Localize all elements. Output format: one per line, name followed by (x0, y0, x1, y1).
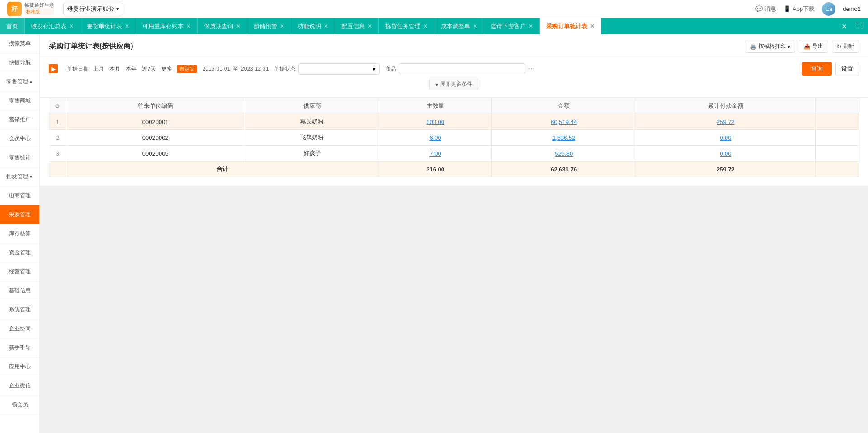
tab-invite-downstream[interactable]: 邀请下游客户 ✕ (484, 18, 540, 34)
row-3-amount-link[interactable]: 525.80 (555, 150, 573, 157)
setting-button[interactable]: 设置 (835, 62, 859, 76)
sidebar-item-member[interactable]: 会员中心 (0, 129, 39, 148)
row-1-paid-link[interactable]: 259.72 (717, 119, 735, 125)
sidebar-item-vip[interactable]: 畅会员 (0, 395, 39, 414)
shortcut-7days[interactable]: 近7天 (140, 64, 158, 74)
table-header-settings: ⚙ (49, 98, 66, 114)
sidebar-item-enterprise-collab[interactable]: 企业协同 (0, 319, 39, 338)
sidebar-item-retail-shop[interactable]: 零售商城 (0, 91, 39, 110)
goods-input[interactable] (403, 66, 521, 72)
row-1-code: 00020001 (66, 114, 245, 130)
sidebar-item-retail-mgmt[interactable]: 零售管理 ▲ (0, 72, 39, 91)
filter-row-main: ▶ 单据日期 上月 本月 本年 近7天 更多 自定义 2016-01- (49, 62, 859, 76)
logo-icon: 好 (7, 2, 22, 16)
app-download-label: App下载 (793, 5, 815, 13)
tab-config-info-close[interactable]: ✕ (368, 23, 372, 29)
tab-home[interactable]: 首页 (0, 18, 25, 34)
sidebar-item-wholesale-mgmt[interactable]: 批发管理 ▼ (0, 167, 39, 186)
tab-pick-task-label: 拣货任务管理 (385, 22, 420, 30)
logo-area: 好 畅捷通好生意 标准版 (7, 2, 54, 16)
row-3-quantity-link[interactable]: 7.00 (429, 150, 441, 157)
close-all-tabs-button[interactable]: ✕ (837, 22, 852, 31)
sidebar-item-quick-nav[interactable]: 快捷导航 (0, 53, 39, 72)
shortcut-this-month[interactable]: 本月 (108, 64, 122, 74)
row-1-amount-link[interactable]: 60,519.44 (551, 119, 577, 125)
row-3-paid-link[interactable]: 0.00 (720, 150, 731, 157)
table-header-paid: 累计付款金额 (636, 98, 816, 114)
sidebar-item-retail-stats[interactable]: 零售统计 (0, 148, 39, 167)
sidebar-item-search[interactable]: 搜索菜单 (0, 34, 39, 53)
tab-cost-adjust[interactable]: 成本调整单 ✕ (434, 18, 484, 34)
tab-purchase-stats-close[interactable]: ✕ (590, 23, 594, 29)
tab-goods-stats-close[interactable]: ✕ (125, 23, 129, 29)
refresh-button[interactable]: ↻ 刷新 (832, 40, 859, 53)
expand-button[interactable]: ▾ 展开更多条件 (429, 79, 478, 90)
tab-function-desc[interactable]: 功能说明 ✕ (291, 18, 335, 34)
maximize-button[interactable]: ⛶ (852, 22, 868, 30)
tab-purchase-stats[interactable]: 采购订单统计表 ✕ (540, 18, 601, 34)
top-bar-left: 好 畅捷通好生意 标准版 母婴行业演示账套 ▾ (7, 2, 123, 16)
data-table: ⚙ 往来单位编码 供应商 主数量 金额 累计付款金额 1 (49, 98, 859, 177)
tab-inventory-book[interactable]: 可用量库存账本 ✕ (136, 18, 198, 34)
sidebar-item-basic-info[interactable]: 基础信息 (0, 281, 39, 300)
shortcut-more[interactable]: 更多 (160, 64, 174, 74)
app-download-button[interactable]: 📱 App下载 (783, 5, 815, 13)
expand-label: 展开更多条件 (440, 81, 472, 88)
tab-receive-send-close[interactable]: ✕ (69, 23, 74, 29)
tab-invite-downstream-close[interactable]: ✕ (528, 23, 533, 29)
sidebar-item-app-center[interactable]: 应用中心 (0, 357, 39, 376)
sidebar-item-newbie-guide[interactable]: 新手引导 (0, 338, 39, 357)
tab-function-desc-close[interactable]: ✕ (324, 23, 328, 29)
status-select[interactable]: ▾ (298, 63, 380, 75)
user-avatar[interactable]: Ea (822, 2, 835, 16)
tab-goods-stats[interactable]: 要货单统计表 ✕ (80, 18, 136, 34)
export-button[interactable]: 📤 导出 (799, 40, 828, 53)
row-2-amount-link[interactable]: 1,586.52 (552, 134, 576, 141)
tab-config-info[interactable]: 配置信息 ✕ (335, 18, 379, 34)
row-2-code: 00020002 (66, 130, 245, 146)
message-button[interactable]: 💬 消息 (755, 5, 776, 13)
tab-expiry-query[interactable]: 保质期查询 ✕ (198, 18, 247, 34)
sidebar-marketing-label: 营销推广 (2, 116, 38, 124)
tab-pick-task[interactable]: 拣货任务管理 ✕ (379, 18, 434, 34)
filter-toggle-arrow[interactable]: ▶ (49, 64, 58, 73)
query-button[interactable]: 查询 (802, 62, 832, 76)
row-2-quantity-link[interactable]: 6.00 (429, 134, 441, 141)
date-range-from: 2016-01-01 (203, 66, 230, 72)
shortcut-last-month[interactable]: 上月 (91, 64, 106, 74)
sidebar-item-system[interactable]: 系统管理 (0, 300, 39, 319)
expand-row: ▾ 展开更多条件 (49, 76, 859, 93)
tab-purchase-stats-label: 采购订单统计表 (546, 22, 587, 30)
sidebar-item-business-mgmt[interactable]: 经营管理 (0, 262, 39, 281)
row-1-quantity: 303.00 (379, 114, 491, 130)
app-icon: 📱 (783, 5, 791, 12)
shortcut-this-year[interactable]: 本年 (124, 64, 138, 74)
table-row: 3 00020005 好孩子 7.00 525.80 0.00 (49, 146, 859, 162)
tab-cost-adjust-close[interactable]: ✕ (473, 23, 477, 29)
sidebar-item-inventory[interactable]: 库存核算 (0, 224, 39, 243)
row-2-amount: 1,586.52 (492, 130, 636, 146)
tab-expiry-query-close[interactable]: ✕ (236, 23, 241, 29)
tab-pick-task-close[interactable]: ✕ (423, 23, 428, 29)
workspace-dropdown-icon: ▾ (116, 5, 119, 12)
tab-overstock-alert-label: 超储预警 (254, 22, 277, 30)
sidebar-item-ecommerce[interactable]: 电商管理 (0, 186, 39, 205)
custom-date-badge[interactable]: 自定义 (177, 65, 197, 73)
row-2-paid-link[interactable]: 0.00 (720, 134, 731, 141)
sidebar-item-purchase-mgmt[interactable]: 采购管理 (0, 205, 39, 224)
tab-inventory-book-close[interactable]: ✕ (186, 23, 191, 29)
sidebar-item-enterprise-wechat[interactable]: 企业微信 (0, 376, 39, 395)
sidebar-item-finance[interactable]: 资金管理 (0, 243, 39, 262)
table-header-supplier: 供应商 (245, 98, 379, 114)
tab-receive-send[interactable]: 收发存汇总表 ✕ (25, 18, 80, 34)
tab-overstock-alert[interactable]: 超储预警 ✕ (247, 18, 291, 34)
sidebar-item-marketing[interactable]: 营销推广 (0, 110, 39, 129)
workspace-selector[interactable]: 母婴行业演示账套 ▾ (63, 3, 123, 15)
tab-overstock-alert-close[interactable]: ✕ (280, 23, 284, 29)
more-options-button[interactable]: ··· (528, 65, 534, 73)
chevron-down-icon-2: ▼ (29, 174, 33, 179)
print-button[interactable]: 🖨️ 按模板打印 ▾ (745, 40, 795, 53)
gear-icon[interactable]: ⚙ (55, 103, 60, 109)
sidebar-search-label: 搜索菜单 (2, 40, 38, 48)
row-1-quantity-link[interactable]: 303.00 (426, 119, 444, 125)
